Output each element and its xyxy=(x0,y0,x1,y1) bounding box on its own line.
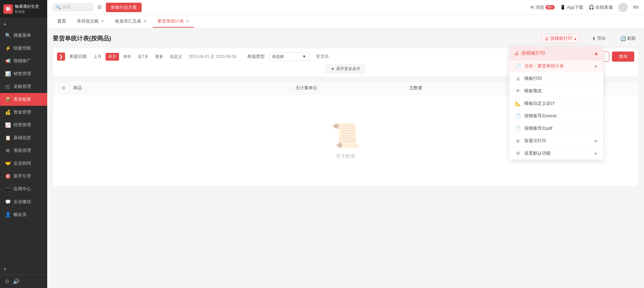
date-btn-本月[interactable]: 本月 xyxy=(106,53,119,61)
print-dropdown: 🖨 按模板打印 ▲ 📄 当前：要货单统计表 ▶ 🖨模板打印👁模板预览📐模板自定义… xyxy=(509,46,604,160)
tab-batch-account[interactable]: 库存批次账✕ xyxy=(72,15,109,28)
print-item-template-print[interactable]: 🖨模板打印 xyxy=(509,72,603,85)
chevron-icon: ▲ xyxy=(574,37,577,40)
sidebar-item-purchase[interactable]: 🛒采购管理 xyxy=(0,80,47,93)
message-count: 99+ xyxy=(546,5,555,9)
sidebar-item-app-center[interactable]: 📱应用中心 xyxy=(0,183,47,195)
app-center-icon: 📱 xyxy=(5,186,11,192)
search-icon: 🔍 xyxy=(5,32,11,38)
current-template-label: 当前：要货单统计表 xyxy=(524,63,591,69)
export-button[interactable]: ⬆ 导出 xyxy=(589,34,609,43)
tab-home[interactable]: 首页 xyxy=(53,15,71,28)
sidebar-item-search[interactable]: 🔍搜索菜单 xyxy=(0,29,47,42)
date-btn-近7天[interactable]: 近7天 xyxy=(135,53,151,61)
print-item-template-preview[interactable]: 👁模板预览 xyxy=(509,85,603,97)
default-fn-item[interactable]: ⚙ 设置默认功能 ▶ xyxy=(509,147,603,160)
online-service[interactable]: 🎧 在线客服 xyxy=(589,4,613,10)
chevron-down-icon: ▼ xyxy=(331,67,335,71)
member-icon: 👤 xyxy=(5,212,11,218)
sidebar-item-quick-nav[interactable]: ⚡快捷导航 xyxy=(0,42,47,55)
print-item-template-pdf[interactable]: 📄按模板导出pdf xyxy=(509,122,603,135)
tab-close-icon[interactable]: ✕ xyxy=(143,19,147,24)
purchase-icon: 🛒 xyxy=(5,84,11,90)
sidebar-item-inventory[interactable]: 📦库存核算 xyxy=(0,93,47,106)
print-item-template-design[interactable]: 📐模板自定义设计 xyxy=(509,97,603,110)
inventory-icon: 📦 xyxy=(5,96,11,102)
template-icon: 📄 xyxy=(515,63,521,69)
sidebar-item-label: 资金管理 xyxy=(13,109,31,115)
sidebar-scroll-down[interactable]: ▼ xyxy=(1,265,8,273)
sidebar-item-label: 快捷导航 xyxy=(13,45,31,51)
sidebar-item-base-info[interactable]: 📋基础信息 xyxy=(0,131,47,144)
sidebar-header: 畅 畅康通好生意 标准版 xyxy=(0,0,47,19)
template-pdf-icon: 📄 xyxy=(515,125,521,131)
sidebar-scroll-up[interactable]: ▲ xyxy=(1,20,8,28)
settings-icon[interactable]: ⚙ xyxy=(97,4,102,10)
sidebar-item-label: 搜索菜单 xyxy=(13,32,31,38)
template-print-icon: 🖨 xyxy=(515,75,521,82)
template-print-label: 模板打印 xyxy=(524,75,542,82)
sidebar-item-operation[interactable]: 📈经营管理 xyxy=(0,119,47,131)
sidebar-item-cooperation[interactable]: 🤝企业协同 xyxy=(0,157,47,170)
display-print-item[interactable]: 🖥 按显示打印 ▶ xyxy=(509,135,603,147)
tabs-bar: 首页库存批次账✕收发存汇总表✕要货单统计表✕ xyxy=(47,15,644,28)
divider: | xyxy=(584,36,585,41)
tab-close-icon[interactable]: ✕ xyxy=(186,19,189,24)
topbar-search[interactable]: 🔍 搜索 xyxy=(53,3,93,11)
topbar: 🔍 搜索 ⚙ 体验行业方案 ✉ 消息 99+ 📱 App下载 🎧 在线客服 Ri… xyxy=(47,0,644,15)
tab-label: 首页 xyxy=(57,18,66,24)
current-template[interactable]: 📄 当前：要货单统计表 ▶ xyxy=(509,60,603,72)
filter-toggle[interactable]: ❯ xyxy=(57,53,65,61)
query-button[interactable]: 查询 xyxy=(612,52,634,62)
expand-button[interactable]: ▼ 展开更多条件 xyxy=(326,64,365,73)
settings-icon[interactable]: ⚙ xyxy=(5,278,9,285)
print-dropdown-title: 🖨 按模板打印 xyxy=(514,50,545,56)
enterprise-wechat-icon: 💬 xyxy=(5,199,11,205)
type-select[interactable]: 请选择 ▼ xyxy=(269,53,309,61)
sidebar-item-sales[interactable]: 📊销售管理 xyxy=(0,67,47,80)
date-buttons: 上月本月本年近7天更多自定义 xyxy=(91,53,185,61)
chevron-right-icon: ▶ xyxy=(595,151,598,156)
tab-order-stats[interactable]: 要货单统计表✕ xyxy=(153,15,194,28)
col-qty: 主数量 xyxy=(407,82,521,94)
app-download[interactable]: 📱 App下载 xyxy=(560,4,583,10)
sidebar-item-member[interactable]: 👤畅会员 xyxy=(0,208,47,221)
topbar-right: ✉ 消息 99+ 📱 App下载 🎧 在线客服 Rit xyxy=(530,3,639,12)
sidebar-footer: ⚙ 🔊 xyxy=(0,275,47,288)
date-btn-自定义[interactable]: 自定义 xyxy=(167,53,185,61)
tab-label: 库存批次账 xyxy=(77,18,99,24)
sidebar-item-marketing[interactable]: 📢营销推广 xyxy=(0,55,47,67)
tab-receipt-summary[interactable]: 收发存汇总表✕ xyxy=(110,15,151,28)
sidebar-item-label: 基础信息 xyxy=(13,135,31,141)
app-subtitle: 标准版 xyxy=(15,9,39,14)
print-icon: 🖨 xyxy=(545,36,549,41)
template-design-label: 模板自定义设计 xyxy=(524,100,555,106)
refresh-button[interactable]: 🔄 刷新 xyxy=(618,34,639,43)
chevron-right-icon: ▶ xyxy=(595,64,598,68)
trial-button[interactable]: 体验行业方案 xyxy=(106,3,142,12)
sidebar-item-system[interactable]: ⚙系统管理 xyxy=(0,144,47,157)
date-btn-本年[interactable]: 本年 xyxy=(120,53,134,61)
print-dropdown-close[interactable]: ▲ xyxy=(594,51,598,56)
sidebar-item-finance[interactable]: 💰资金管理 xyxy=(0,106,47,119)
user-avatar[interactable] xyxy=(618,3,628,12)
date-btn-更多[interactable]: 更多 xyxy=(152,53,166,61)
sound-icon[interactable]: 🔊 xyxy=(13,278,20,285)
sidebar-item-enterprise-wechat[interactable]: 💬企业微信 xyxy=(0,195,47,208)
date-btn-上月[interactable]: 上月 xyxy=(91,53,104,61)
type-placeholder: 请选择 xyxy=(272,54,284,60)
download-icon: 📱 xyxy=(560,5,565,10)
tab-close-icon[interactable]: ✕ xyxy=(101,19,104,24)
message-badge[interactable]: ✉ 消息 99+ xyxy=(530,4,555,10)
order-type-area: 要货单 xyxy=(316,54,329,60)
print-button[interactable]: 🖨 按模板打印 ▲ xyxy=(541,34,580,43)
sidebar-item-new-guide[interactable]: 🎯新手引导 xyxy=(0,170,47,183)
col-gear[interactable]: ⚙ xyxy=(57,82,70,94)
sidebar-item-label: 应用中心 xyxy=(13,186,31,192)
template-preview-icon: 👁 xyxy=(515,88,521,94)
print-dropdown-header: 🖨 按模板打印 ▲ xyxy=(509,47,603,60)
chevron-right-icon: ▶ xyxy=(595,138,598,143)
type-label: 单据类型 xyxy=(247,54,265,60)
empty-text: 暂无数据 xyxy=(336,153,355,159)
print-item-template-excel[interactable]: 📄按模板导出excel xyxy=(509,110,603,122)
